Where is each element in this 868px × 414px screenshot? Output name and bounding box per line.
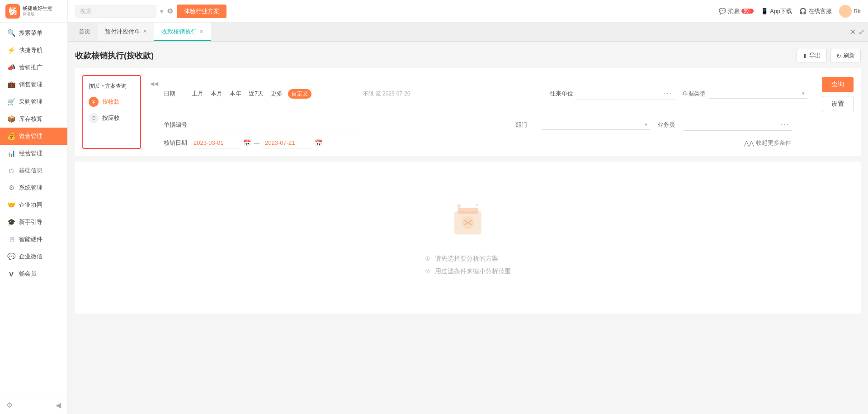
sidebar-label-basic-info: 基础信息	[19, 167, 42, 175]
refresh-label: 刷新	[843, 52, 855, 60]
sidebar-item-quick-nav[interactable]: ⚡ 快捷导航	[0, 42, 67, 59]
refresh-button[interactable]: ↻ 刷新	[830, 49, 861, 62]
sidebar-item-sales[interactable]: 💼 销售管理	[0, 76, 67, 93]
doc-number-input[interactable]	[191, 119, 366, 130]
finance-icon: 💰	[7, 132, 15, 140]
filter-option-by-receivable[interactable]: ⏱ 按应收	[83, 110, 140, 126]
sidebar-label-search: 搜索菜单	[19, 29, 42, 37]
date-label: 日期	[164, 90, 186, 98]
salesperson-select[interactable]: ···	[684, 119, 792, 131]
logo-badge: 标准版	[23, 11, 52, 17]
sidebar: 畅 畅捷通好生意 标准版 🔍 搜索菜单 ⚡ 快捷导航 📣 营销推广 💼 销售管理…	[0, 0, 68, 414]
tabbar-actions: ✕ ⤢	[850, 23, 864, 41]
sidebar-item-inventory[interactable]: 📦 库存核算	[0, 110, 67, 128]
salesperson-label: 业务员	[657, 121, 680, 129]
operation-icon: 📊	[7, 149, 15, 157]
sidebar-item-operation[interactable]: 📊 经营管理	[0, 145, 67, 162]
salesperson-ellipsis-btn[interactable]: ···	[781, 120, 789, 128]
receivable-icon: ⏱	[89, 113, 99, 123]
topbar-gear-icon[interactable]: ⚙	[167, 7, 173, 15]
counterparty-group: 往来单位 ···	[550, 88, 675, 100]
settings-icon[interactable]: ⚙	[6, 401, 13, 409]
message-badge: 99+	[741, 9, 754, 14]
service-icon: 🎧	[799, 8, 807, 14]
solution-button[interactable]: 体验行业方案	[177, 5, 226, 18]
filter-sidebar-title: 按以下方案查询	[83, 81, 140, 94]
member-icon: V	[7, 270, 15, 278]
topbar-dropdown-icon[interactable]: ▾	[160, 8, 163, 15]
writeoff-date-label: 核销日期	[164, 139, 187, 147]
tab-prepay-close-icon[interactable]: ✕	[143, 29, 147, 34]
setting-button[interactable]: 设置	[822, 96, 854, 112]
message-icon: 💬	[719, 8, 726, 14]
writeoff-date-end-input[interactable]	[262, 138, 312, 148]
shortcut-last-month[interactable]: 上月	[190, 89, 205, 99]
tab-writeoff[interactable]: 收款核销执行 ✕	[154, 23, 211, 41]
sidebar-item-basic-info[interactable]: 🗂 基础信息	[0, 162, 67, 179]
counterparty-select[interactable]: ···	[577, 88, 675, 100]
app-download-item[interactable]: 📱 App下载	[761, 7, 792, 15]
tab-writeoff-close-icon[interactable]: ✕	[199, 29, 203, 34]
sidebar-item-wechat[interactable]: 💬 企业微信	[0, 248, 67, 265]
tab-prepay[interactable]: 预付冲应付单 ✕	[98, 23, 154, 41]
writeoff-date-start-calendar-icon[interactable]: 📅	[243, 139, 251, 147]
user-avatar	[839, 5, 852, 18]
tab-expand-button[interactable]: ⤢	[859, 28, 864, 36]
sidebar-label-quick-nav: 快捷导航	[19, 46, 42, 54]
shortcut-custom[interactable]: 自定义	[288, 89, 311, 99]
export-button[interactable]: ⬆ 导出	[797, 49, 827, 62]
sidebar-item-system[interactable]: ⚙ 系统管理	[0, 179, 67, 196]
counterparty-label: 往来单位	[550, 90, 573, 98]
user-item[interactable]: Rit	[839, 5, 861, 18]
tab-writeoff-label: 收款核销执行	[161, 28, 197, 36]
writeoff-date-end-calendar-icon[interactable]: 📅	[315, 139, 322, 147]
inventory-icon: 📦	[7, 115, 15, 123]
filter-option-by-receipt[interactable]: ¥ 按收款	[83, 94, 140, 110]
logo-text-block: 畅捷通好生意 标准版	[23, 5, 52, 17]
salesperson-group: 业务员 ···	[657, 119, 792, 131]
sidebar-label-enterprise: 企业协同	[19, 201, 42, 209]
query-button[interactable]: 查询	[822, 77, 854, 92]
tab-close-all-button[interactable]: ✕	[850, 28, 856, 36]
svg-point-5	[457, 204, 461, 208]
message-item[interactable]: 💬 消息 99+	[719, 7, 754, 15]
message-label: 消息	[728, 7, 740, 15]
sidebar-item-purchase[interactable]: 🛒 采购管理	[0, 93, 67, 110]
department-label: 部门	[515, 121, 538, 129]
collapse-filter-icon[interactable]: ◀◀	[148, 79, 160, 89]
more-conditions-button[interactable]: ⋀⋀ 收起更多条件	[741, 137, 795, 149]
sidebar-item-enterprise[interactable]: 🤝 企业协同	[0, 196, 67, 214]
svg-point-6	[476, 204, 478, 206]
department-select[interactable]: ▾	[542, 120, 650, 130]
sidebar-item-member[interactable]: V 畅会员	[0, 265, 67, 282]
filter-panel: 按以下方案查询 ¥ 按收款 ⏱ 按应收 ◀◀ 日期	[75, 68, 861, 156]
sidebar-item-guide[interactable]: 🎓 新手引导	[0, 214, 67, 231]
department-chevron-icon: ▾	[645, 122, 647, 128]
shortcut-more[interactable]: 更多	[269, 89, 284, 99]
wechat-icon: 💬	[7, 252, 15, 261]
shortcut-this-year[interactable]: 本年	[228, 89, 243, 99]
doc-number-label: 单据编号	[164, 121, 187, 129]
purchase-icon: 🛒	[7, 98, 15, 106]
shortcut-this-month[interactable]: 本月	[209, 89, 224, 99]
doc-type-select[interactable]: ▾	[709, 89, 807, 99]
sidebar-label-guide: 新手引导	[19, 218, 42, 226]
sidebar-item-marketing[interactable]: 📣 营销推广	[0, 59, 67, 76]
more-conditions-container: ⋀⋀ 收起更多条件	[741, 137, 854, 149]
sidebar-item-finance[interactable]: 💰 资金管理	[0, 128, 67, 145]
counterparty-ellipsis-btn[interactable]: ···	[664, 90, 672, 98]
writeoff-date-inputs: 📅 — 📅	[191, 138, 346, 148]
shortcut-7-days[interactable]: 近7天	[247, 89, 265, 99]
collapse-arrow-container: ◀◀	[148, 75, 160, 149]
sidebar-item-hardware[interactable]: 🖥 智能硬件	[0, 231, 67, 248]
sidebar-item-search[interactable]: 🔍 搜索菜单	[0, 24, 67, 42]
collapse-sidebar-icon[interactable]: ◀	[56, 401, 61, 409]
sales-icon: 💼	[7, 81, 15, 89]
empty-state: ① 请先选择要分析的方案 ② 用过滤条件来缩小分析范围	[75, 162, 861, 314]
tab-home[interactable]: 首页	[71, 23, 98, 41]
logo-text: 畅捷通好生意	[23, 5, 52, 11]
online-service-item[interactable]: 🎧 在线客服	[799, 7, 832, 15]
writeoff-date-start-input[interactable]	[191, 138, 241, 148]
user-name: Rit	[854, 8, 861, 14]
system-icon: ⚙	[7, 184, 15, 192]
